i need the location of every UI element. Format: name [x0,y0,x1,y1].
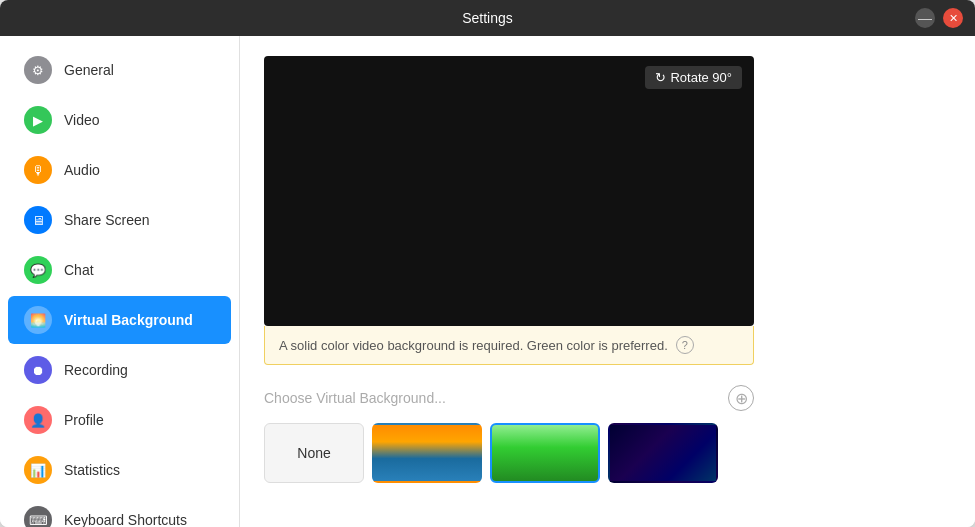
rotate-button[interactable]: ↻ Rotate 90° [645,66,742,89]
sidebar-label-video: Video [64,112,100,128]
sidebar-item-share-screen[interactable]: 🖥Share Screen [8,196,231,244]
sidebar-label-general: General [64,62,114,78]
share-screen-icon: 🖥 [24,206,52,234]
rotate-label: Rotate 90° [670,70,732,85]
window-controls: — ✕ [915,8,963,28]
sidebar-item-general[interactable]: ⚙General [8,46,231,94]
main-content: ↻ Rotate 90° A solid color video backgro… [240,36,975,527]
info-text: A solid color video background is requir… [279,338,668,353]
bg-option-golden-gate[interactable] [372,423,482,483]
rotate-icon: ↻ [655,70,666,85]
choose-header: Choose Virtual Background... ⊕ [264,385,754,411]
sidebar-item-video[interactable]: ▶Video [8,96,231,144]
content-area: ⚙General▶Video🎙Audio🖥Share Screen💬Chat🌅V… [0,36,975,527]
bg-option-space[interactable] [608,423,718,483]
titlebar: Settings — ✕ [0,0,975,36]
sidebar-item-virtual-background[interactable]: 🌅Virtual Background [8,296,231,344]
settings-window: Settings — ✕ ⚙General▶Video🎙Audio🖥Share … [0,0,975,527]
gear-icon: ⚙ [24,56,52,84]
sidebar: ⚙General▶Video🎙Audio🖥Share Screen💬Chat🌅V… [0,36,240,527]
sidebar-label-share-screen: Share Screen [64,212,150,228]
sidebar-item-keyboard-shortcuts[interactable]: ⌨Keyboard Shortcuts [8,496,231,527]
sidebar-item-chat[interactable]: 💬Chat [8,246,231,294]
virtual-bg-icon: 🌅 [24,306,52,334]
add-background-button[interactable]: ⊕ [728,385,754,411]
video-icon: ▶ [24,106,52,134]
minimize-button[interactable]: — [915,8,935,28]
close-button[interactable]: ✕ [943,8,963,28]
bg-none-option[interactable]: None [264,423,364,483]
background-options: None [264,423,754,483]
sidebar-label-recording: Recording [64,362,128,378]
statistics-icon: 📊 [24,456,52,484]
sidebar-label-statistics: Statistics [64,462,120,478]
sidebar-item-recording[interactable]: ⏺Recording [8,346,231,394]
audio-icon: 🎙 [24,156,52,184]
profile-icon: 👤 [24,406,52,434]
help-icon[interactable]: ? [676,336,694,354]
video-preview: ↻ Rotate 90° [264,56,754,326]
sidebar-label-keyboard-shortcuts: Keyboard Shortcuts [64,512,187,527]
chat-icon: 💬 [24,256,52,284]
info-bar: A solid color video background is requir… [264,326,754,365]
none-label: None [297,445,330,461]
plus-icon: ⊕ [735,389,748,408]
recording-icon: ⏺ [24,356,52,384]
keyboard-icon: ⌨ [24,506,52,527]
sidebar-label-chat: Chat [64,262,94,278]
sidebar-item-audio[interactable]: 🎙Audio [8,146,231,194]
choose-section: Choose Virtual Background... ⊕ None [264,385,754,483]
choose-label: Choose Virtual Background... [264,390,446,406]
sidebar-label-profile: Profile [64,412,104,428]
sidebar-item-statistics[interactable]: 📊Statistics [8,446,231,494]
sidebar-item-profile[interactable]: 👤Profile [8,396,231,444]
bg-option-grass[interactable] [490,423,600,483]
sidebar-label-virtual-background: Virtual Background [64,312,193,328]
sidebar-label-audio: Audio [64,162,100,178]
window-title: Settings [462,10,513,26]
